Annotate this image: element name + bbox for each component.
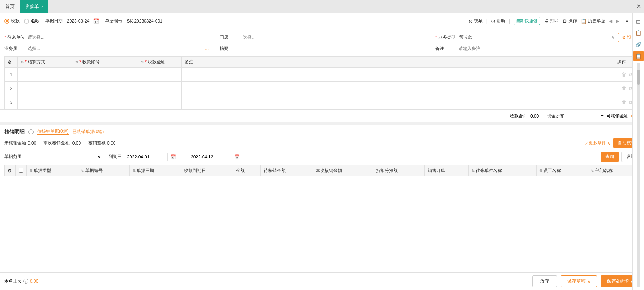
business-type-dropdown-icon[interactable]: ∨ — [612, 35, 615, 40]
summary-input[interactable] — [242, 45, 424, 52]
writeoff-stats: 未核销金额 0.00 本次核销金额: 0.00 核销差额 0.00 ▽ 更多条件… — [4, 138, 640, 148]
number-field: 单据编号 SK-20230324-001 — [105, 18, 162, 24]
bottom-table: ⚙ ⇅ 单据类型 ⇅ 单据编号 — [4, 165, 640, 176]
history-icon: 📋 — [581, 18, 587, 24]
abandon-button[interactable]: 放弃 — [532, 275, 557, 287]
row-3-settlement[interactable] — [18, 95, 72, 109]
shortcut-btn[interactable]: ⌨ 快捷键 — [514, 17, 540, 25]
radio-tuidan-label: 退款 — [31, 18, 39, 24]
tab-shoukuan-label: 收款单 — [25, 3, 39, 10]
col-account-header: ⇅ 收款账号 — [72, 57, 138, 68]
row-3-delete-icon[interactable]: 🗑 — [621, 99, 627, 105]
counterpart-more-icon[interactable]: ··· — [205, 35, 209, 40]
bottom-info-icon[interactable]: i — [23, 279, 28, 284]
save-draft-button[interactable]: 保存草稿 ∧ — [561, 275, 597, 287]
row-1-copy-icon[interactable]: ⧉ — [629, 71, 632, 78]
notes-input[interactable] — [457, 45, 640, 52]
counterpart-input[interactable] — [26, 34, 203, 41]
row-1-notes[interactable] — [182, 68, 614, 82]
settings-gear-icon: ⚙ — [622, 35, 626, 40]
video-btn[interactable]: ⊙ 视频 — [468, 18, 483, 24]
col-gear: ⚙ — [5, 57, 18, 68]
save-draft-dropdown-icon[interactable]: ∧ — [587, 279, 591, 284]
sidebar-scrollbar[interactable] — [637, 63, 640, 287]
done-tab[interactable]: 已核销单据(0笔) — [72, 129, 104, 135]
window-close-icon[interactable]: ✕ — [636, 3, 641, 10]
select-all-checkbox[interactable] — [19, 168, 23, 173]
row-1-amount[interactable] — [138, 68, 182, 82]
col-amount-header: ⇅ 收款金额 — [138, 57, 182, 68]
row-1-account[interactable] — [72, 68, 138, 82]
bottom-stat-value: 0.00 — [30, 279, 38, 284]
nav-next-icon[interactable]: ▶ — [616, 19, 619, 24]
writeoff-info-icon[interactable]: i — [28, 129, 34, 134]
bottom-right: 放弃 保存草稿 ∧ 保存&新增 ∧ — [532, 275, 640, 287]
sidebar-link-icon[interactable]: 🔗 — [633, 39, 644, 50]
row-3-notes[interactable] — [182, 95, 614, 109]
row-3-amount[interactable] — [138, 95, 182, 109]
row-2-settlement[interactable] — [18, 82, 72, 95]
tab-shoukuan[interactable]: 收款单 × — [20, 0, 48, 13]
row-2-num: 2 — [5, 82, 18, 95]
row-1-delete-icon[interactable]: 🗑 — [621, 71, 627, 78]
pending-tab[interactable]: 待核销单据(0笔) — [37, 128, 69, 135]
sidebar-doc-icon[interactable]: 📋 — [633, 28, 644, 38]
row-1-settlement[interactable] — [18, 68, 72, 82]
print-label: 打印 — [550, 18, 559, 24]
row-3-copy-icon[interactable]: ⧉ — [629, 99, 632, 105]
print-btn[interactable]: 🖨 打印 — [544, 18, 559, 24]
col-discount-header: 折扣分摊额 — [373, 165, 425, 176]
tab-home[interactable]: 首页 — [0, 0, 20, 13]
nav-prev-icon[interactable]: ◀ — [609, 19, 612, 24]
layout-list-icon[interactable]: ≡ — [623, 17, 631, 25]
tab-close-icon[interactable]: × — [41, 4, 43, 9]
window-min-icon[interactable]: — — [621, 3, 627, 10]
radio-tuidan[interactable]: 退款 — [24, 18, 39, 24]
range-field: 单据范围 ∨ — [4, 153, 104, 161]
history-btn[interactable]: 📋 历史单据 — [581, 18, 605, 24]
query-button[interactable]: 查询 — [601, 152, 619, 162]
calendar-icon[interactable]: 📅 — [93, 18, 99, 24]
due-end-calendar-icon[interactable]: 📅 — [234, 154, 240, 160]
counterpart-label: 往来单位 — [4, 34, 26, 40]
row-2-amount[interactable] — [138, 82, 182, 95]
shop-input[interactable] — [242, 34, 419, 41]
writeoff-section: 核销明细 i 待核销单据(0笔) 已核销单据(0笔) 未核销金额 0.00 本次… — [0, 125, 644, 272]
range-select[interactable]: ∨ — [24, 153, 104, 161]
bottom-gear-icon[interactable]: ⚙ — [8, 168, 12, 173]
form-row-2: 业务员 ··· 摘要 备注 — [4, 45, 640, 52]
row-1-num: 1 — [5, 68, 18, 82]
row-2-delete-icon[interactable]: 🗑 — [621, 85, 627, 91]
help-btn[interactable]: ⊙ 帮助 — [491, 18, 505, 24]
shop-more-icon[interactable]: ··· — [420, 35, 424, 40]
col-dept-header: ⇅ 部门名称 — [588, 165, 640, 176]
radio-shoukuan-label: 收款 — [11, 18, 20, 24]
total-value: 0.00 — [530, 114, 539, 119]
staff-more-icon[interactable]: ··· — [205, 46, 209, 52]
radio-shoukuan[interactable]: 收款 — [4, 18, 20, 24]
row-2-notes[interactable] — [182, 82, 614, 95]
counterpart-group: 往来单位 ··· — [4, 34, 209, 41]
right-sidebar: ▤ 📋 🔗 📋 — [632, 13, 644, 290]
more-conditions-btn[interactable]: ▽ 更多条件 ∧ — [584, 140, 610, 146]
main-table: ⚙ ⇅ 结算方式 ⇅ 收款账号 ⇅ 收款金额 备注 — [4, 56, 640, 109]
business-type-group: 业务类型 预收款 ∨ ⚙ 设置 — [435, 33, 640, 42]
operation-btn[interactable]: ⚙ 操作 — [562, 18, 577, 24]
this-time-label: 本次核销金额: — [43, 140, 71, 146]
number-value: SK-20230324-001 — [127, 19, 162, 24]
window-max-icon[interactable]: □ — [630, 3, 633, 10]
due-start-calendar-icon[interactable]: 📅 — [170, 154, 176, 160]
tab-bar-right: — □ ✕ — [621, 3, 644, 10]
row-2-copy-icon[interactable]: ⧉ — [629, 85, 632, 91]
row-2-account[interactable] — [72, 82, 138, 95]
shortcut-icon: ⌨ — [516, 18, 523, 24]
sidebar-table-icon[interactable]: ▤ — [633, 16, 644, 26]
due-end-input[interactable] — [188, 153, 231, 161]
summary-row: 收款合计 0.00 + 现金折扣: = 可核销金额 0.00 — [0, 109, 644, 122]
sidebar-form-icon[interactable]: 📋 — [633, 51, 644, 61]
staff-input[interactable] — [26, 45, 203, 52]
row-3-account[interactable] — [72, 95, 138, 109]
table-gear-icon[interactable]: ⚙ — [8, 60, 12, 65]
due-start-input[interactable] — [124, 153, 168, 161]
discount-input[interactable] — [569, 113, 598, 119]
